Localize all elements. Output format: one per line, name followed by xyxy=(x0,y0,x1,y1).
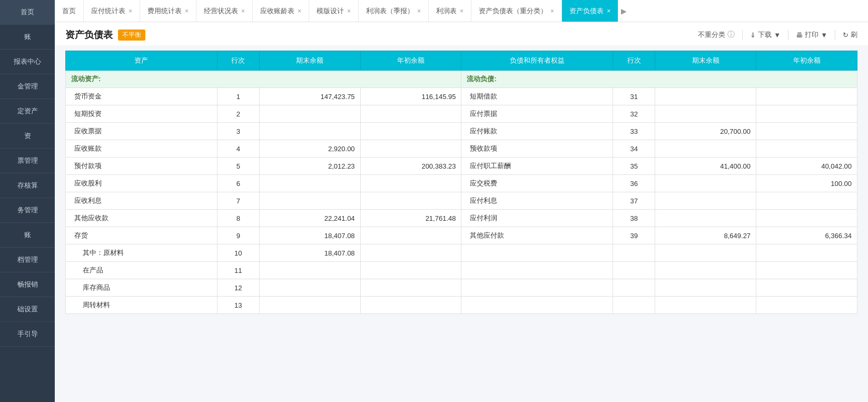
close-tab-profit-quarterly[interactable]: × xyxy=(417,8,421,14)
cell-row-num-left: 4 xyxy=(217,140,259,158)
tab-profit[interactable]: 利润表 × xyxy=(429,0,471,22)
sidebar-item-invoice-management[interactable]: 票管理 xyxy=(0,149,55,173)
tab-receivable-aging[interactable]: 应收账龄表 × xyxy=(253,0,309,22)
cell-row-num-left: 3 xyxy=(217,123,259,140)
table-row: 应收账款 4 2,920.00 预收款项 34 xyxy=(66,140,857,158)
cell-row-num-right xyxy=(613,244,655,262)
tab-payable-stats[interactable]: 应付统计表 × xyxy=(84,0,140,22)
refresh-action[interactable]: ↻ 刷 xyxy=(843,30,857,40)
col-row-num-1: 行次 xyxy=(217,51,259,71)
page-title: 资产负债表 xyxy=(65,28,113,41)
table-row: 周转材料 13 xyxy=(66,297,857,314)
cell-asset-name: 短期投资 xyxy=(66,105,218,123)
sidebar-item-report-center[interactable]: 报表中心 xyxy=(0,50,55,74)
close-tab-expense-stats[interactable]: × xyxy=(185,8,189,14)
cell-end-balance-left xyxy=(259,123,360,140)
cell-liability-name: 预收款项 xyxy=(461,140,613,158)
cell-row-num-right: 39 xyxy=(613,227,655,244)
tab-balance[interactable]: 资产负债表 × xyxy=(562,0,618,22)
section-row: 流动资产: 流动负债: xyxy=(66,71,857,88)
cell-end-balance-right xyxy=(655,140,756,158)
cell-asset-name: 在产品 xyxy=(66,262,218,279)
cell-end-balance-right xyxy=(655,297,756,314)
cell-start-balance-right xyxy=(756,279,857,297)
cell-row-num-right xyxy=(613,279,655,297)
tab-operations[interactable]: 经营状况表 × xyxy=(196,0,253,22)
cell-start-balance-right: 40,042.00 xyxy=(756,158,857,175)
refresh-icon: ↻ xyxy=(843,31,849,39)
table-row: 其他应收款 8 22,241.04 21,761.48 应付利润 38 xyxy=(66,210,857,227)
cell-asset-name: 其中：原材料 xyxy=(66,244,218,262)
cell-end-balance-left: 2,012.23 xyxy=(259,158,360,175)
page-header: 资产负债表 不平衡 不重分类 ⓘ ⇓ 下载 ▼ 🖶 打印 ▼ xyxy=(55,22,868,45)
no-reclassify-action[interactable]: 不重分类 ⓘ xyxy=(698,30,735,40)
sidebar-item-home[interactable]: 首页 xyxy=(0,0,55,25)
cell-start-balance-left xyxy=(360,192,461,210)
close-tab-template-design[interactable]: × xyxy=(347,8,351,14)
section-label-left: 流动资产: xyxy=(66,71,461,88)
cell-start-balance-left: 200,383.23 xyxy=(360,158,461,175)
cell-end-balance-right xyxy=(655,105,756,123)
cell-row-num-right: 33 xyxy=(613,123,655,140)
table-row: 其中：原材料 10 18,407.08 xyxy=(66,244,857,262)
col-start-balance-1: 年初余额 xyxy=(360,51,461,71)
chevron-down-print-icon: ▼ xyxy=(821,31,827,39)
cell-liability-name: 应付票据 xyxy=(461,105,613,123)
sidebar-item-basic-settings[interactable]: 础设置 xyxy=(0,297,55,322)
cell-end-balance-left xyxy=(259,279,360,297)
cell-liability-name: 应付职工薪酬 xyxy=(461,158,613,175)
table-row: 在产品 11 xyxy=(66,262,857,279)
sidebar-item-guide[interactable]: 手引导 xyxy=(0,322,55,347)
sidebar-item-fixed-assets[interactable]: 定资产 xyxy=(0,99,55,124)
cell-end-balance-right xyxy=(655,175,756,192)
tab-expense-stats[interactable]: 费用统计表 × xyxy=(140,0,196,22)
sidebar-item-archive[interactable]: 档管理 xyxy=(0,248,55,272)
cell-start-balance-right: 100.00 xyxy=(756,175,857,192)
close-tab-receivable-aging[interactable]: × xyxy=(298,8,301,14)
cell-end-balance-left xyxy=(259,297,360,314)
cell-start-balance-left xyxy=(360,105,461,123)
tab-home[interactable]: 首页 xyxy=(55,0,84,22)
cell-row-num-right xyxy=(613,297,655,314)
cell-start-balance-left xyxy=(360,175,461,192)
cell-end-balance-right xyxy=(655,88,756,105)
cell-end-balance-left: 18,407.08 xyxy=(259,244,360,262)
sidebar-item-business-management[interactable]: 务管理 xyxy=(0,198,55,223)
print-action[interactable]: 🖶 打印 ▼ xyxy=(796,30,827,40)
col-row-num-2: 行次 xyxy=(613,51,655,71)
cell-end-balance-right xyxy=(655,192,756,210)
tab-profit-quarterly[interactable]: 利润表（季报） × xyxy=(359,0,429,22)
close-tab-profit[interactable]: × xyxy=(460,8,463,14)
close-tab-balance[interactable]: × xyxy=(607,8,610,14)
sidebar-item-capital[interactable]: 资 xyxy=(0,124,55,149)
table-row: 存货 9 18,407.08 其他应付款 39 8,649.27 6,366.3… xyxy=(66,227,857,244)
table-row: 应收利息 7 应付利息 37 xyxy=(66,192,857,210)
sidebar-item-expense[interactable]: 畅报销 xyxy=(0,272,55,297)
tab-scroll-right[interactable]: ▶ xyxy=(618,7,629,15)
table-row: 预付款项 5 2,012.23 200,383.23 应付职工薪酬 35 41,… xyxy=(66,158,857,175)
divider-3 xyxy=(835,30,835,40)
divider-2 xyxy=(788,30,788,40)
cell-row-num-left: 9 xyxy=(217,227,259,244)
col-asset: 资产 xyxy=(66,51,218,71)
table-row: 货币资金 1 147,423.75 116,145.95 短期借款 31 xyxy=(66,88,857,105)
cell-row-num-left: 5 xyxy=(217,158,259,175)
tab-balance-reclassified[interactable]: 资产负债表（重分类） × xyxy=(471,0,562,22)
close-tab-balance-reclassified[interactable]: × xyxy=(550,8,554,14)
balance-sheet-table: 资产 行次 期末余额 年初余额 负债和所有者权益 行次 期末余额 年初余额 流动… xyxy=(65,51,857,314)
chevron-down-icon: ▼ xyxy=(774,31,781,39)
sidebar-item-inventory[interactable]: 存核算 xyxy=(0,173,55,198)
unbalanced-badge: 不平衡 xyxy=(118,30,145,41)
close-tab-operations[interactable]: × xyxy=(241,8,245,14)
download-action[interactable]: ⇓ 下载 ▼ xyxy=(750,30,781,40)
cell-row-num-right: 31 xyxy=(613,88,655,105)
table-wrapper: 资产 行次 期末余额 年初余额 负债和所有者权益 行次 期末余额 年初余额 流动… xyxy=(55,45,868,325)
sidebar-item-ledger[interactable]: 账 xyxy=(0,223,55,248)
close-tab-payable-stats[interactable]: × xyxy=(129,8,132,14)
table-row: 库存商品 12 xyxy=(66,279,857,297)
tab-template-design[interactable]: 模版设计 × xyxy=(309,0,359,22)
cell-liability-name: 应付利润 xyxy=(461,210,613,227)
sidebar-item-account[interactable]: 账 xyxy=(0,25,55,50)
sidebar-item-fund-management[interactable]: 金管理 xyxy=(0,74,55,99)
cell-end-balance-right xyxy=(655,262,756,279)
